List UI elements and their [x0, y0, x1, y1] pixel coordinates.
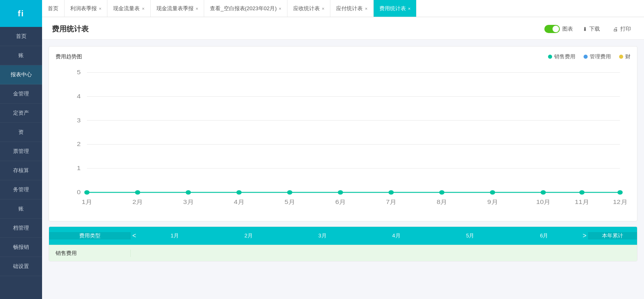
- tab-home[interactable]: 首页: [42, 0, 65, 17]
- chart-header: 费用趋势图 销售费用 管理费用 财: [56, 53, 631, 60]
- tab-label: 利润表季报: [70, 5, 97, 12]
- svg-text:9月: 9月: [487, 199, 497, 205]
- tab-label: 现金流量表季报: [156, 5, 194, 12]
- close-icon[interactable]: ×: [142, 6, 144, 11]
- close-icon[interactable]: ×: [365, 6, 367, 11]
- sidebar-item-home[interactable]: 首页: [0, 27, 42, 46]
- download-button[interactable]: ⬇ 下载: [579, 24, 603, 34]
- svg-point-15: [236, 190, 242, 195]
- svg-text:1: 1: [77, 165, 80, 171]
- th-month-4-label: 4月: [392, 232, 400, 239]
- page-title: 费用统计表: [52, 24, 89, 34]
- td-type: 销售费用: [49, 250, 131, 257]
- sidebar-item-capital[interactable]: 资: [0, 123, 42, 142]
- tab-expense-stats[interactable]: 费用统计表 ×: [374, 0, 417, 17]
- chart-section: 费用趋势图 销售费用 管理费用 财: [49, 46, 637, 221]
- svg-point-16: [287, 190, 292, 195]
- close-icon[interactable]: ×: [322, 6, 324, 11]
- th-month-2-label: 2月: [245, 232, 253, 239]
- legend-dot-sales: [548, 55, 552, 59]
- svg-point-23: [617, 190, 623, 195]
- th-month-6: 6月: [507, 232, 581, 239]
- th-month-6-label: 6月: [540, 232, 548, 239]
- th-total-label: 本年累计: [602, 232, 623, 239]
- th-month-2: 2月: [212, 232, 285, 239]
- print-icon: 🖨: [613, 26, 618, 32]
- sidebar-item-assets[interactable]: 定资产: [0, 104, 42, 123]
- tab-profit-quarterly[interactable]: 利润表季报 ×: [65, 0, 107, 17]
- svg-point-20: [490, 190, 495, 195]
- chart-legend: 销售费用 管理费用 财: [548, 53, 631, 60]
- tab-payable[interactable]: 应付统计表 ×: [330, 0, 373, 17]
- next-month-button[interactable]: >: [581, 232, 588, 239]
- th-month-3: 3月: [285, 232, 359, 239]
- tab-label: 查看_空白报表(2023年02月): [210, 5, 276, 12]
- tab-blank-report[interactable]: 查看_空白报表(2023年02月) ×: [204, 0, 287, 17]
- chart-container: 5 4 3 2 1 0: [56, 64, 631, 215]
- svg-point-17: [338, 190, 343, 195]
- close-icon[interactable]: ×: [279, 6, 281, 11]
- tab-label: 费用统计表: [379, 5, 406, 12]
- tabs-bar: 首页 利润表季报 × 现金流量表 × 现金流量表季报 × 查看_空白报表(202…: [42, 0, 644, 17]
- sidebar-item-inventory[interactable]: 存核算: [0, 161, 42, 180]
- svg-text:3月: 3月: [183, 199, 193, 205]
- table-row: 销售费用: [49, 245, 637, 261]
- legend-label-finance: 财: [625, 53, 631, 60]
- sidebar-item-archive[interactable]: 档管理: [0, 219, 42, 238]
- svg-point-14: [186, 190, 191, 195]
- close-icon[interactable]: ×: [196, 6, 198, 11]
- line-chart-svg: 5 4 3 2 1 0: [56, 64, 631, 215]
- svg-text:0: 0: [77, 189, 80, 195]
- svg-point-18: [388, 190, 394, 195]
- svg-text:3: 3: [77, 117, 80, 124]
- sidebar-item-settings[interactable]: 础设置: [0, 257, 42, 276]
- svg-text:8月: 8月: [437, 199, 447, 205]
- svg-point-21: [541, 190, 546, 195]
- legend-dot-admin: [584, 55, 588, 59]
- svg-text:4: 4: [77, 93, 81, 100]
- th-month-5-label: 5月: [466, 232, 474, 239]
- sidebar-item-account[interactable]: 账: [0, 46, 42, 65]
- table-section: 费用类型 < 1月 2月 3月 4月 5月 6月: [49, 226, 637, 261]
- print-label: 打印: [620, 25, 631, 33]
- svg-text:5: 5: [77, 69, 80, 75]
- legend-finance: 财: [619, 53, 631, 60]
- sidebar-item-services[interactable]: 务管理: [0, 180, 42, 199]
- svg-text:7月: 7月: [386, 199, 396, 205]
- sidebar-item-tickets[interactable]: 票管理: [0, 142, 42, 161]
- th-month-4: 4月: [359, 232, 433, 239]
- svg-point-22: [579, 190, 585, 195]
- sidebar-item-ledger[interactable]: 账: [0, 199, 42, 219]
- prev-month-button[interactable]: <: [131, 232, 138, 239]
- chart-title: 费用趋势图: [56, 53, 82, 60]
- sidebar-item-expense[interactable]: 畅报销: [0, 238, 42, 257]
- close-icon[interactable]: ×: [99, 6, 101, 11]
- tab-receivable[interactable]: 应收统计表 ×: [287, 0, 330, 17]
- tab-cashflow[interactable]: 现金流量表 ×: [107, 0, 150, 17]
- sidebar-item-finance[interactable]: 金管理: [0, 84, 42, 104]
- legend-label-sales: 销售费用: [554, 53, 575, 60]
- main-area: 首页 利润表季报 × 现金流量表 × 现金流量表季报 × 查看_空白报表(202…: [42, 0, 644, 299]
- chart-toggle[interactable]: [544, 25, 560, 33]
- header-actions: 图表 ⬇ 下载 🖨 打印: [544, 24, 634, 34]
- th-month-5: 5月: [433, 232, 507, 239]
- sidebar-item-reports[interactable]: 报表中心: [0, 65, 42, 84]
- th-month-1-label: 1月: [171, 232, 179, 239]
- svg-text:12月: 12月: [613, 199, 627, 205]
- th-total: 本年累计: [588, 232, 637, 239]
- content-area: 费用统计表 图表 ⬇ 下载 🖨 打印 费用趋势图: [42, 17, 644, 299]
- svg-text:11月: 11月: [575, 199, 589, 205]
- legend-sales: 销售费用: [548, 53, 575, 60]
- tab-cashflow-quarterly[interactable]: 现金流量表季报 ×: [151, 0, 204, 17]
- print-button[interactable]: 🖨 打印: [610, 24, 634, 34]
- svg-text:2月: 2月: [132, 199, 143, 205]
- page-header: 费用统计表 图表 ⬇ 下载 🖨 打印: [42, 17, 644, 40]
- close-icon[interactable]: ×: [408, 6, 410, 11]
- th-month-3-label: 3月: [318, 232, 326, 239]
- th-month-1: 1月: [138, 232, 212, 239]
- th-type: 费用类型: [49, 232, 131, 239]
- legend-dot-finance: [619, 55, 623, 59]
- table-header-row: 费用类型 < 1月 2月 3月 4月 5月 6月: [49, 227, 637, 245]
- tab-label: 应收统计表: [293, 5, 320, 12]
- svg-point-19: [439, 190, 445, 195]
